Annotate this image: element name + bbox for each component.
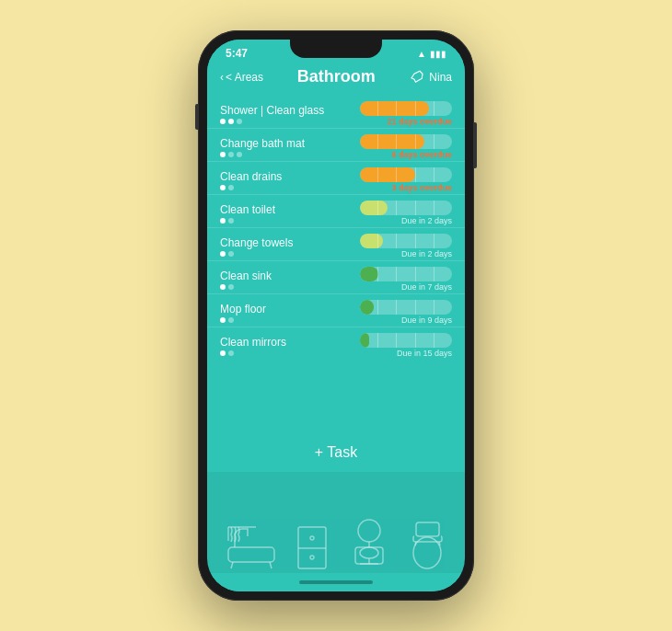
progress-segment <box>378 333 397 348</box>
page-title: Bathroom <box>297 67 376 86</box>
task-name: Mop floor <box>220 303 351 316</box>
progress-segment <box>434 101 452 116</box>
add-task-button[interactable]: + Task <box>207 433 465 472</box>
task-status: 6 days overdue <box>391 150 452 159</box>
task-dots <box>220 284 351 290</box>
svg-line-1 <box>231 562 233 568</box>
task-dot <box>220 251 226 257</box>
progress-segment <box>434 300 452 315</box>
task-info: Clean sink <box>220 270 351 290</box>
progress-segment <box>360 101 378 116</box>
task-row[interactable]: Mop floor Due in 9 days <box>207 294 465 327</box>
svg-line-2 <box>270 562 272 568</box>
progress-segment <box>378 300 397 315</box>
task-dot <box>228 350 234 356</box>
task-row[interactable]: Clean drains 3 days overdue <box>207 162 465 195</box>
toilet-icon <box>407 518 448 573</box>
svg-rect-15 <box>416 522 439 536</box>
progress-segment <box>434 267 452 281</box>
task-progress: Due in 2 days <box>351 201 452 225</box>
progress-segments <box>360 101 452 116</box>
nav-bar: ‹ < Areas Bathroom Nina <box>207 63 465 94</box>
task-name: Clean sink <box>220 270 351 282</box>
progress-bar <box>360 333 452 348</box>
progress-bar <box>360 234 452 248</box>
back-button[interactable]: ‹ < Areas <box>220 71 263 84</box>
progress-segment <box>416 234 434 248</box>
task-name: Clean drains <box>220 170 351 183</box>
task-info: Mop floor <box>220 303 351 323</box>
task-row[interactable]: Clean mirrors Due in 15 days <box>207 327 465 360</box>
svg-point-11 <box>360 547 378 558</box>
task-progress: 3 days overdue <box>351 167 452 192</box>
progress-segment <box>434 234 452 248</box>
progress-segments <box>360 201 452 215</box>
task-dots <box>220 218 351 224</box>
task-dot <box>228 119 234 124</box>
progress-bar <box>360 167 452 182</box>
task-info: Clean drains <box>220 170 351 190</box>
task-dot <box>228 317 234 323</box>
progress-segment <box>416 300 434 315</box>
progress-segments <box>360 167 452 182</box>
task-dot <box>228 251 234 257</box>
task-status: Due in 9 days <box>401 316 452 325</box>
task-row[interactable]: Change bath mat 6 days overdue <box>207 129 465 162</box>
user-name: Nina <box>429 71 452 84</box>
wifi-icon: ▲ <box>417 49 426 59</box>
task-dot <box>220 350 226 356</box>
task-info: Clean mirrors <box>220 336 351 356</box>
progress-segment <box>397 300 415 315</box>
battery-icon: ▮▮▮ <box>430 49 446 59</box>
task-dots <box>220 185 351 190</box>
status-bar: 5:47 ▲ ▮▮▮ <box>207 40 465 63</box>
task-name: Change bath mat <box>220 137 351 150</box>
task-name: Shower | Clean glass <box>220 104 351 117</box>
task-progress: 6 days overdue <box>351 134 452 159</box>
progress-segment <box>397 134 415 149</box>
svg-point-7 <box>310 536 314 540</box>
home-bar <box>299 580 373 584</box>
task-dots <box>220 152 351 157</box>
task-status: 3 days overdue <box>391 183 452 192</box>
progress-segment <box>416 267 434 281</box>
task-dots <box>220 317 351 323</box>
progress-segment <box>416 333 434 348</box>
progress-segment <box>378 234 397 248</box>
bottom-illustration <box>207 472 465 573</box>
task-name: Clean toilet <box>220 203 351 216</box>
cabinet-icon <box>294 522 330 573</box>
task-dots <box>220 119 351 124</box>
progress-segment <box>416 101 434 116</box>
task-dot <box>228 218 234 224</box>
task-info: Change towels <box>220 236 351 257</box>
progress-segment <box>360 167 378 182</box>
svg-point-8 <box>310 556 314 559</box>
task-dots <box>220 251 351 257</box>
task-dot <box>228 152 234 157</box>
task-row[interactable]: Shower | Clean glass 21 days overdue <box>207 96 465 129</box>
progress-segments <box>360 300 452 315</box>
task-row[interactable]: Clean sink Due in 7 days <box>207 261 465 294</box>
task-dot <box>220 119 226 124</box>
progress-segment <box>378 134 397 149</box>
task-progress: Due in 7 days <box>351 267 452 292</box>
progress-segment <box>360 333 378 348</box>
progress-segments <box>360 267 452 281</box>
status-icons: ▲ ▮▮▮ <box>417 49 446 59</box>
progress-bar <box>360 201 452 215</box>
task-status: Due in 15 days <box>397 349 452 358</box>
progress-segment <box>378 101 397 116</box>
mirror-sink-icon <box>346 518 392 573</box>
task-row[interactable]: Clean toilet Due in 2 days <box>207 195 465 228</box>
user-button[interactable]: Nina <box>409 69 452 86</box>
task-progress: 21 days overdue <box>351 101 452 126</box>
progress-segment <box>360 134 378 149</box>
task-dot <box>228 185 234 190</box>
progress-segment <box>397 333 415 348</box>
progress-segments <box>360 333 452 348</box>
task-row[interactable]: Change towels Due in 2 days <box>207 228 465 261</box>
progress-segment <box>360 300 378 315</box>
task-list: Shower | Clean glass 21 days overdue Cha… <box>207 94 465 433</box>
task-status: Due in 7 days <box>401 282 452 292</box>
